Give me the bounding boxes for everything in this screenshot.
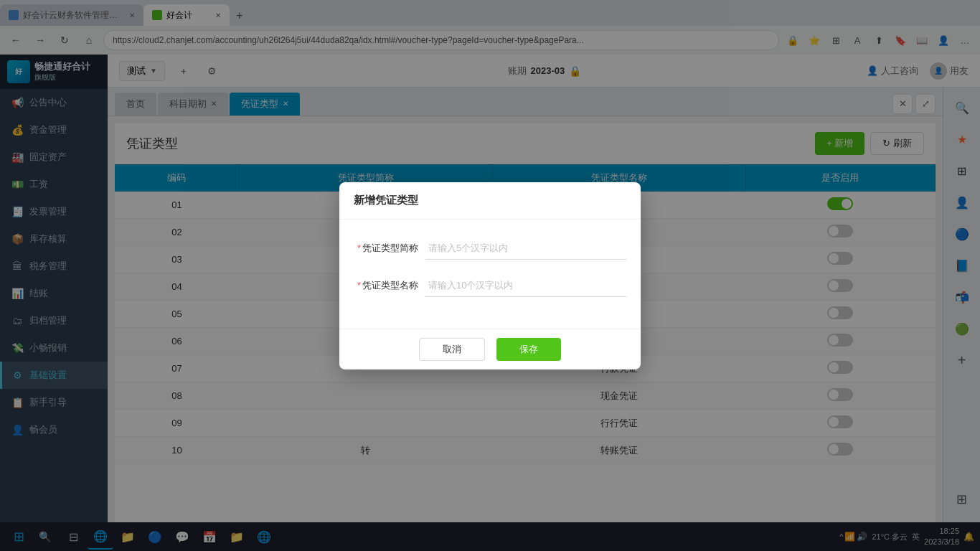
modal-title: 新增凭证类型	[354, 194, 418, 207]
modal-footer: 取消 保存	[339, 329, 641, 369]
modal-overlay: 新增凭证类型 *凭证类型简称 *凭证类型名称 取消 保存	[0, 0, 980, 551]
full-name-label: *凭证类型名称	[354, 279, 418, 292]
full-name-label-text: 凭证类型名称	[362, 280, 418, 291]
short-name-label-text: 凭证类型简称	[362, 242, 418, 253]
form-row-short-name: *凭证类型简称	[354, 237, 626, 260]
full-name-input[interactable]	[425, 274, 626, 297]
required-mark-2: *	[357, 280, 361, 291]
short-name-input[interactable]	[425, 237, 626, 260]
modal-body: *凭证类型简称 *凭证类型名称	[339, 220, 641, 329]
save-button[interactable]: 保存	[496, 338, 561, 361]
modal-header: 新增凭证类型	[339, 182, 641, 220]
cancel-button[interactable]: 取消	[419, 338, 485, 361]
required-mark-1: *	[357, 242, 361, 253]
form-row-full-name: *凭证类型名称	[354, 274, 626, 297]
add-voucher-type-modal: 新增凭证类型 *凭证类型简称 *凭证类型名称 取消 保存	[339, 182, 641, 369]
short-name-label: *凭证类型简称	[354, 242, 418, 255]
